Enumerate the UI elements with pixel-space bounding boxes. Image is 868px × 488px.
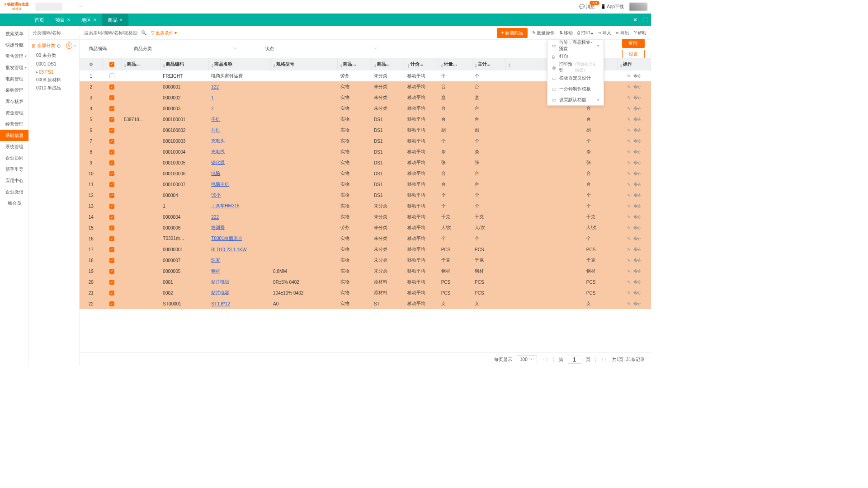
company-dropdown-icon[interactable]: ﹀ <box>79 4 83 10</box>
sidebar-item-零售管理[interactable]: 零售管理 <box>0 51 28 62</box>
table-row[interactable]: 18✓0000007珠宝实物未分类移动平均千克千克千克✎�ê <box>80 255 651 266</box>
tab-商品[interactable]: 商品✕ <box>102 14 128 26</box>
table-row[interactable]: 19✓0000005钢材0.8MM实物未分类移动平均钢材钢材钢材✎�ê <box>80 266 651 277</box>
cell-name[interactable]: 充电头 <box>208 136 270 146</box>
table-row[interactable]: 16✓T0301白...T0301白面黑带实物未分类移动平均个个个✎�ê <box>80 233 651 244</box>
row-checkbox[interactable]: ✓ <box>109 236 114 241</box>
cell-name[interactable]: 电商买家付运费 <box>208 70 270 81</box>
settings-button[interactable]: 设置 <box>622 50 645 59</box>
cell-name[interactable]: 2 <box>208 103 270 114</box>
edit-icon[interactable]: ✎ <box>627 193 631 198</box>
more-icon[interactable]: �ê <box>633 301 641 306</box>
messages-link[interactable]: 💬 消息 99+ <box>579 4 595 10</box>
edit-icon[interactable]: ✎ <box>627 247 631 252</box>
edit-icon[interactable]: ✎ <box>627 215 631 220</box>
more-icon[interactable]: �ê <box>633 247 641 252</box>
edit-icon[interactable]: ✎ <box>627 95 631 100</box>
close-icon[interactable]: ✕ <box>119 18 123 22</box>
close-tab-icon[interactable]: ✕ <box>633 17 637 23</box>
table-row[interactable]: 20✓0001贴片电阻0R±5% 0402实物原材料移动平均PCSPCSPCS✎… <box>80 277 651 287</box>
table-row[interactable]: 6✓000100002耳机实物DS1移动平均副副副✎�ê <box>80 125 651 136</box>
cell-name[interactable]: BLD10-23-1.1KW <box>208 244 270 255</box>
select-all-checkbox[interactable]: ✓ <box>109 62 114 67</box>
cell-name[interactable]: ST1.6*12 <box>208 298 270 309</box>
tab-首页[interactable]: 首页 <box>29 14 50 26</box>
row-checkbox[interactable]: ✓ <box>109 280 114 285</box>
more-icon[interactable]: �ê <box>633 150 641 155</box>
edit-icon[interactable]: ✎ <box>627 160 631 165</box>
category-item[interactable]: 00 未分类 <box>29 52 79 60</box>
print-dropdown[interactable]: ⎙打印▴ <box>577 30 593 36</box>
cell-name[interactable]: 手机 <box>208 114 270 125</box>
cell-name[interactable]: 222 <box>208 211 270 222</box>
more-icon[interactable]: �ê <box>633 128 641 133</box>
add-product-button[interactable]: + 新增商品 <box>497 28 528 38</box>
more-icon[interactable]: �ê <box>633 280 641 285</box>
filter-status-select[interactable]: 状态﹀ <box>265 46 378 52</box>
help-link[interactable]: ?帮助 <box>634 30 646 36</box>
more-icon[interactable]: �ê <box>633 171 641 176</box>
row-checkbox[interactable]: ✓ <box>109 128 114 133</box>
sidebar-item-企业协同[interactable]: 企业协同 <box>0 152 28 164</box>
sidebar-item-应用中心[interactable]: 应用中心 <box>0 175 28 186</box>
batch-ops-link[interactable]: ✎批量操作 <box>532 30 555 36</box>
avatar[interactable] <box>629 3 647 11</box>
pager-first-icon[interactable]: ⋮⟨ <box>542 357 548 362</box>
column-header[interactable]: ▴▾商品... <box>338 58 371 70</box>
column-header[interactable]: ▴▾计量... <box>439 58 472 70</box>
company-name[interactable] <box>35 3 62 11</box>
column-header[interactable]: ▴▾主计... <box>472 58 505 70</box>
cell-name[interactable]: 工具车HM318 <box>208 201 270 211</box>
import-link[interactable]: ⇥导入 <box>598 30 611 36</box>
row-checkbox[interactable]: ✓ <box>109 247 114 252</box>
more-icon[interactable]: �ê <box>633 117 641 122</box>
pager-last-icon[interactable]: ⟩⋮ <box>601 357 608 362</box>
sidebar-item-电商管理[interactable]: 电商管理 <box>0 73 28 84</box>
table-row[interactable]: 5✓539718...000100001手机实物DS1移动平均台台台✎�ê <box>80 114 651 125</box>
cell-name[interactable]: 电脑主机 <box>208 179 270 190</box>
pager-page-input[interactable] <box>568 356 581 364</box>
more-icon[interactable]: �ê <box>633 258 641 263</box>
fullscreen-icon[interactable]: ⛶ <box>642 17 647 23</box>
sidebar-item-快捷导航[interactable]: 快捷导航 <box>0 39 28 51</box>
more-icon[interactable]: �ê <box>633 74 641 79</box>
column-header[interactable]: ▴▾商品... <box>121 58 160 70</box>
print-menu-item[interactable]: ▭模板自定义设计 <box>547 73 604 84</box>
more-icon[interactable]: �ê <box>633 182 641 187</box>
row-checkbox[interactable]: ✓ <box>109 204 114 209</box>
row-checkbox[interactable]: ✓ <box>109 84 114 89</box>
edit-icon[interactable]: ✎ <box>627 301 631 306</box>
print-menu-item[interactable]: ⎙打印 <box>547 51 604 62</box>
cell-name[interactable]: 充电线 <box>208 146 270 157</box>
gear-icon[interactable]: ⚙ <box>89 62 93 67</box>
column-header[interactable]: ▴▾商品名称 <box>208 58 270 70</box>
row-checkbox[interactable]: ✓ <box>109 150 114 155</box>
sidebar-item-搜索菜单[interactable]: 搜索菜单 <box>0 28 28 39</box>
category-item[interactable]: 0009 原材料 <box>29 76 79 84</box>
sidebar-item-资金管理[interactable]: 资金管理 <box>0 107 28 118</box>
row-checkbox[interactable]: ✓ <box>109 258 114 263</box>
tab-地区[interactable]: 地区✕ <box>76 14 102 26</box>
print-menu-item[interactable]: ▭一分钟制作模板 <box>547 84 604 94</box>
edit-icon[interactable]: ✎ <box>627 291 631 296</box>
category-all[interactable]: ⊞ 全部分类 ⊙ ✎ « <box>29 40 79 52</box>
more-icon[interactable]: �ê <box>633 106 641 111</box>
sidebar-item-基础信息[interactable]: 基础信息 <box>0 130 28 141</box>
table-row[interactable]: 9✓000100005钢化膜实物DS1移动平均张张张✎�ê <box>80 157 651 168</box>
column-header[interactable]: ▴▾商品... <box>371 58 405 70</box>
category-item[interactable]: 0010 半成品 <box>29 84 79 92</box>
pager-next-icon[interactable]: ⟩ <box>595 357 597 362</box>
row-checkbox[interactable]: ✓ <box>109 215 114 220</box>
table-row[interactable]: 10✓000100006电脑实物DS1移动平均台台台✎�ê <box>80 168 651 179</box>
page-size-select[interactable]: 100﹀ <box>517 355 537 364</box>
table-row[interactable]: 22✓ST00001ST1.6*12A0实物ST移动平均支支支✎�ê <box>80 298 651 309</box>
cell-name[interactable]: 90小 <box>208 190 270 201</box>
filter-category-select[interactable]: 商品分类﹀ <box>134 46 238 52</box>
table-row[interactable]: 12✓00000490小实物DS1移动平均个个个✎�ê <box>80 190 651 201</box>
cell-name[interactable]: 122 <box>208 81 270 92</box>
cell-name[interactable]: 钢材 <box>208 266 270 277</box>
table-row[interactable]: 14✓0000004222实物未分类移动平均千克千克千克✎�ê <box>80 211 651 222</box>
table-row[interactable]: 7✓000100003充电头实物DS1移动平均个个个✎�ê <box>80 136 651 146</box>
cell-name[interactable]: 贴片电容 <box>208 287 270 298</box>
edit-icon[interactable]: ✎ <box>627 204 631 209</box>
